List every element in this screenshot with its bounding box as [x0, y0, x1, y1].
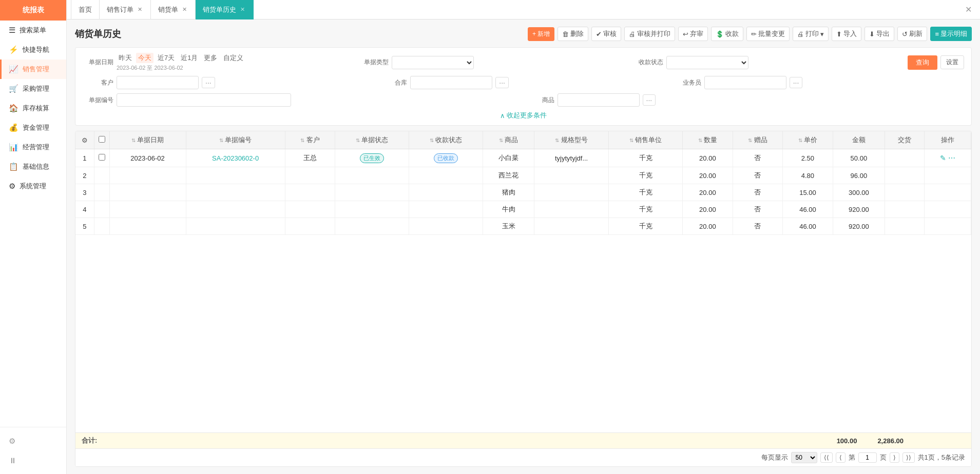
sidebar-item-sales-mgmt[interactable]: 📈 销售管理: [0, 60, 66, 79]
cell-quantity: 20.00: [683, 218, 733, 235]
collect-button[interactable]: 💲 收款: [711, 27, 743, 41]
cell-doc-no[interactable]: [186, 167, 285, 184]
refresh-button[interactable]: ↺ 刷新: [897, 27, 927, 41]
tab-sales-goods-close[interactable]: ✕: [181, 6, 188, 13]
sidebar-item-search-menu[interactable]: ☰ 搜索菜单: [0, 21, 66, 40]
import-button[interactable]: ⬆ 导入: [832, 27, 861, 41]
page-size-select[interactable]: 50 20 100: [791, 452, 817, 463]
salesperson-input[interactable]: [704, 76, 786, 89]
sidebar-item-ops-mgmt[interactable]: 📊 经营管理: [0, 137, 66, 157]
cell-spec-type: [534, 201, 609, 218]
audit-print-button[interactable]: 🖨 审核并打印: [624, 27, 675, 41]
tab-home[interactable]: 首页: [71, 0, 100, 19]
cell-transaction: [885, 201, 925, 218]
col-gift[interactable]: ⇅ 赠品: [733, 131, 783, 149]
warehouse-ellipsis[interactable]: ···: [495, 77, 509, 88]
sidebar-item-quick-nav[interactable]: ⚡ 快捷导航: [0, 40, 66, 60]
cell-quantity: 20.00: [683, 149, 733, 167]
sidebar-item-basic-info[interactable]: 📋 基础信息: [0, 157, 66, 176]
customer-ellipsis[interactable]: ···: [202, 77, 215, 88]
collect-icon: 💲: [716, 30, 724, 38]
first-page-btn[interactable]: ⟨⟨: [820, 452, 833, 463]
select-all-checkbox[interactable]: [99, 136, 105, 143]
sidebar-pause-btn[interactable]: ⏸: [0, 451, 66, 470]
col-collect-status[interactable]: ⇅ 收款状态: [409, 131, 483, 149]
sidebar-settings-btn[interactable]: ⚙: [0, 431, 66, 451]
sidebar-item-label: 库存核算: [23, 104, 49, 113]
col-sales-unit[interactable]: ⇅ 销售单位: [609, 131, 683, 149]
sidebar-item-label: 快捷导航: [23, 45, 49, 54]
cell-amount: 96.00: [833, 167, 885, 184]
doctype-select[interactable]: [392, 56, 474, 69]
cell-transaction: [885, 184, 925, 201]
batch-change-button[interactable]: ✏ 批量变更: [746, 27, 790, 41]
col-settings[interactable]: ⚙: [75, 131, 94, 149]
main-content: 首页 销售订单 ✕ 销货单 ✕ 销货单历史 ✕ ✕ 销货单历史 + 新增 🗑 删…: [67, 0, 980, 474]
row-checkbox[interactable]: [99, 154, 105, 161]
warehouse-label: 合库: [376, 78, 407, 87]
cell-sales-unit: 千克: [609, 184, 683, 201]
last-page-btn[interactable]: ⟩⟩: [902, 452, 915, 463]
date-tab-custom[interactable]: 自定义: [221, 53, 245, 63]
cell-doc-no[interactable]: SA-20230602-0: [186, 149, 285, 167]
col-doc-date[interactable]: ⇅ 单据日期: [109, 131, 186, 149]
cell-sales-unit: 千克: [609, 201, 683, 218]
edit-btn[interactable]: ✎: [939, 153, 947, 163]
date-tab-1month[interactable]: 近1月: [179, 53, 200, 63]
print-button[interactable]: 🖨 打印 ▾: [793, 27, 829, 41]
sidebar-item-finance-mgmt[interactable]: 💰 资金管理: [0, 118, 66, 137]
filter-date-group: 单据日期 昨天 今天 近7天 近1月 更多 自定义 2023-06-02 至 2…: [83, 53, 358, 72]
export-icon: ⬇: [869, 30, 875, 38]
cell-ops: [924, 184, 971, 201]
setting-button[interactable]: 设置: [940, 55, 964, 69]
sidebar-item-system-mgmt[interactable]: ⚙ 系统管理: [0, 176, 66, 196]
col-goods[interactable]: ⇅ 商品: [483, 131, 534, 149]
delete-button[interactable]: 🗑 删除: [558, 27, 588, 41]
date-tabs: 昨天 今天 近7天 近1月 更多 自定义: [117, 53, 245, 63]
prev-page-btn[interactable]: ⟨: [836, 452, 846, 463]
col-doc-status[interactable]: ⇅ 单据状态: [335, 131, 409, 149]
salesperson-ellipsis[interactable]: ···: [790, 77, 803, 88]
cell-doc-no[interactable]: [186, 218, 285, 235]
tab-sales-goods[interactable]: 销货单 ✕: [151, 0, 196, 19]
date-tab-today[interactable]: 今天: [136, 53, 153, 63]
next-page-btn[interactable]: ⟩: [890, 452, 899, 463]
ops-mgmt-icon: 📊: [9, 143, 18, 152]
docno-input[interactable]: [117, 93, 291, 107]
tab-sales-history-close[interactable]: ✕: [239, 6, 246, 13]
query-button[interactable]: 查询: [908, 55, 937, 70]
cell-doc-no[interactable]: [186, 184, 285, 201]
sidebar-item-inventory-calc[interactable]: 🏠 库存核算: [0, 98, 66, 118]
new-button[interactable]: + 新增: [528, 27, 554, 41]
date-tab-7days[interactable]: 近7天: [156, 53, 177, 63]
collect-status-select[interactable]: [666, 56, 748, 69]
tab-sales-history[interactable]: 销货单历史 ✕: [196, 0, 254, 19]
date-tab-more[interactable]: 更多: [202, 53, 219, 63]
col-quantity[interactable]: ⇅ 数量: [683, 131, 733, 149]
show-detail-button[interactable]: ≡ 显示明细: [930, 27, 972, 41]
filter-row-1: 单据日期 昨天 今天 近7天 近1月 更多 自定义 2023-06-02 至 2…: [83, 53, 964, 72]
tab-close-all[interactable]: ✕: [961, 5, 976, 14]
discard-button[interactable]: ↩ 弃审: [678, 27, 708, 41]
audit-button[interactable]: ✔ 审核: [591, 27, 621, 41]
export-button[interactable]: ⬇ 导出: [864, 27, 894, 41]
goods-input[interactable]: [558, 93, 640, 107]
tab-sales-order-close[interactable]: ✕: [137, 6, 143, 13]
warehouse-input[interactable]: [410, 76, 492, 89]
page-input[interactable]: [858, 452, 877, 463]
customer-input[interactable]: [117, 76, 199, 89]
collapse-btn[interactable]: ∧ 收起更多条件: [83, 111, 964, 120]
date-tab-yesterday[interactable]: 昨天: [117, 53, 134, 63]
col-doc-no[interactable]: ⇅ 单据编号: [186, 131, 285, 149]
col-unit-price[interactable]: ⇅ 单价: [783, 131, 833, 149]
more-btn[interactable]: ⋯: [947, 153, 956, 163]
col-checkbox: [94, 131, 109, 149]
col-customer[interactable]: ⇅ 客户: [285, 131, 335, 149]
detail-icon: ≡: [935, 30, 939, 38]
sidebar-item-purchase-mgmt[interactable]: 🛒 采购管理: [0, 79, 66, 98]
tab-sales-order[interactable]: 销售订单 ✕: [100, 0, 151, 19]
cell-doc-no[interactable]: [186, 201, 285, 218]
goods-ellipsis[interactable]: ···: [643, 94, 656, 106]
audit-print-icon: 🖨: [629, 30, 636, 38]
col-spec-type[interactable]: ⇅ 规格型号: [534, 131, 609, 149]
